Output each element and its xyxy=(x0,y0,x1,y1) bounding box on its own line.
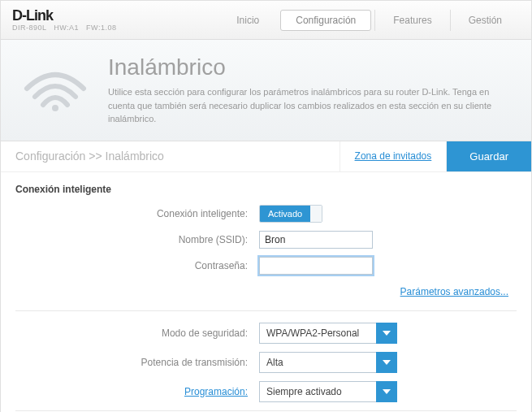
divider xyxy=(15,310,517,311)
brand-sub: DIR-890L HW:A1 FW:1.08 xyxy=(12,24,142,32)
row-security-mode: Modo de seguridad: WPA/WPA2-Personal xyxy=(15,323,517,344)
label-ssid: Nombre (SSID): xyxy=(15,234,259,245)
row-password: Contraseña: xyxy=(15,257,517,275)
model-label: DIR-890L xyxy=(12,24,46,32)
ssid-input[interactable] xyxy=(259,231,373,249)
chevron-down-icon xyxy=(376,352,397,373)
content: Conexión inteligente Conexión inteligent… xyxy=(1,172,531,413)
fw-label: FW:1.08 xyxy=(86,24,116,32)
topbar: D-Link DIR-890L HW:A1 FW:1.08 Inicio Con… xyxy=(1,1,531,40)
tx-power-select[interactable]: Alta xyxy=(259,352,397,373)
subheader: Configuración >> Inalámbrico Zona de inv… xyxy=(1,141,531,172)
security-mode-select[interactable]: WPA/WPA2-Personal xyxy=(259,323,397,344)
wifi-icon xyxy=(19,54,92,126)
row-ssid: Nombre (SSID): xyxy=(15,231,517,249)
app-frame: D-Link DIR-890L HW:A1 FW:1.08 Inicio Con… xyxy=(0,0,532,412)
label-smart-connect: Conexión inteligente: xyxy=(15,208,259,219)
tab-manage[interactable]: Gestión xyxy=(450,10,520,31)
breadcrumb: Configuración >> Inalámbrico xyxy=(1,141,340,171)
guest-zone-link[interactable]: Zona de invitados xyxy=(340,141,448,171)
brand-block: D-Link DIR-890L HW:A1 FW:1.08 xyxy=(12,8,142,32)
page-desc: Utilice esta sección para configurar los… xyxy=(108,85,507,126)
hero-section: Inalámbrico Utilice esta sección para co… xyxy=(1,40,531,141)
tab-home[interactable]: Inicio xyxy=(218,10,277,31)
chevron-down-icon xyxy=(376,323,397,344)
tab-config[interactable]: Configuración xyxy=(280,10,371,31)
brand-logo: D-Link xyxy=(12,8,142,23)
schedule-select[interactable]: Siempre activado xyxy=(259,381,397,402)
label-security-mode: Modo de seguridad: xyxy=(15,327,259,339)
label-tx-power: Potencia de transmisión: xyxy=(15,357,259,368)
password-input[interactable] xyxy=(259,257,373,275)
tx-power-value: Alta xyxy=(259,352,376,373)
security-mode-value: WPA/WPA2-Personal xyxy=(259,323,376,344)
svg-point-0 xyxy=(52,105,58,111)
row-smart-connect: Conexión inteligente: Activado xyxy=(15,205,517,223)
label-password: Contraseña: xyxy=(15,260,259,271)
tab-features[interactable]: Features xyxy=(374,10,449,31)
hero-text: Inalámbrico Utilice esta sección para co… xyxy=(108,54,507,126)
schedule-value: Siempre activado xyxy=(259,381,376,402)
label-schedule-link[interactable]: Programación: xyxy=(15,386,259,397)
smart-connect-toggle[interactable]: Activado xyxy=(259,205,322,223)
chevron-down-icon xyxy=(376,381,397,402)
divider xyxy=(15,410,517,411)
advanced-link[interactable]: Parámetros avanzados... xyxy=(15,283,517,306)
hw-label: HW:A1 xyxy=(54,24,79,32)
row-tx-power: Potencia de transmisión: Alta xyxy=(15,352,517,373)
page-title: Inalámbrico xyxy=(108,54,507,80)
row-schedule: Programación: Siempre activado xyxy=(15,381,517,402)
toggle-on-label: Activado xyxy=(260,206,310,222)
nav-tabs: Inicio Configuración Features Gestión xyxy=(142,10,520,31)
save-button[interactable]: Guardar xyxy=(447,141,531,171)
toggle-handle xyxy=(310,206,322,222)
section-title-smart-connect: Conexión inteligente xyxy=(15,184,517,195)
